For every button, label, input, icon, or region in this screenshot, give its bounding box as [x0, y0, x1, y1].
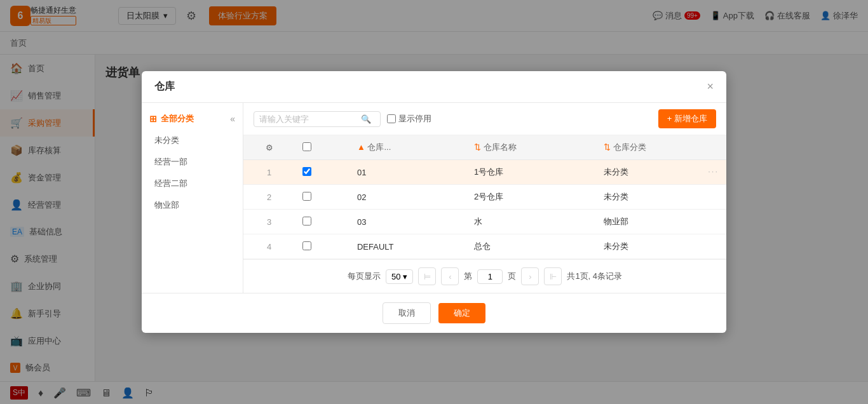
row-name: 水 — [466, 210, 596, 234]
row-more-btn[interactable]: ··· — [708, 166, 719, 176]
per-page-label: 每页显示 — [348, 271, 381, 282]
page-prev-btn[interactable]: ‹ — [441, 267, 459, 285]
right-panel: 🔍 显示停用 + 新增仓库 ⚙ — [243, 103, 726, 293]
warehouse-table: ⚙ ▲ 仓库... ⇅ 仓库名称 — [243, 135, 726, 259]
row-checkbox[interactable] — [302, 241, 311, 250]
category-item-0[interactable]: 未分类 — [142, 130, 243, 151]
page-last-btn[interactable]: ⊩ — [544, 267, 562, 285]
row-code: 02 — [349, 185, 466, 210]
page-input[interactable] — [477, 269, 503, 284]
pagination: 每页显示 50 ▾ ⊨ ‹ 第 页 › ⊩ 共1页, 4条记录 — [243, 259, 726, 293]
row-checkbox-cell — [295, 185, 349, 210]
row-name: 1号仓库 — [466, 160, 596, 185]
row-num: 4 — [243, 234, 295, 259]
per-page-select[interactable]: 50 ▾ — [386, 269, 413, 284]
table-row[interactable]: 2 02 2号仓库 未分类 — [243, 185, 726, 210]
page-next-btn[interactable]: › — [521, 267, 539, 285]
modal-header: 仓库 × — [142, 71, 726, 103]
row-num: 3 — [243, 210, 295, 234]
add-warehouse-btn[interactable]: + 新增仓库 — [658, 109, 716, 128]
left-panel: ⊞ 全部分类 « 未分类 经营一部 经营二部 物业部 — [142, 103, 243, 293]
table-row[interactable]: 3 03 水 物业部 — [243, 210, 726, 234]
modal-footer: 取消 确定 — [142, 293, 726, 333]
per-page-value: 50 — [391, 272, 400, 281]
warehouse-modal: 仓库 × ⊞ 全部分类 « 未分类 经营一部 经营二部 物业部 — [142, 71, 726, 333]
page-unit: 页 — [508, 271, 516, 282]
select-all-checkbox[interactable] — [302, 142, 311, 151]
modal-body: ⊞ 全部分类 « 未分类 经营一部 经营二部 物业部 🔍 — [142, 103, 726, 293]
row-checkbox[interactable] — [302, 167, 311, 176]
modal-title: 仓库 — [154, 80, 175, 93]
row-category: 未分类 — [596, 185, 726, 210]
row-code: DEFAULT — [349, 234, 466, 259]
search-input[interactable] — [259, 114, 361, 124]
grid-icon: ⊞ — [149, 114, 157, 124]
search-input-wrap: 🔍 — [254, 111, 381, 127]
settings-icon[interactable]: ⚙ — [266, 143, 273, 152]
row-category: 未分类 — [596, 234, 726, 259]
page-first-btn[interactable]: ⊨ — [418, 267, 436, 285]
cancel-btn[interactable]: 取消 — [383, 302, 431, 324]
row-name: 2号仓库 — [466, 185, 596, 210]
row-num: 1 — [243, 160, 295, 185]
page-label: 第 — [464, 271, 472, 282]
th-category[interactable]: ⇅ 仓库分类 — [596, 135, 726, 160]
row-category: 物业部 — [596, 210, 726, 234]
row-name: 总仓 — [466, 234, 596, 259]
table-row[interactable]: 1 01 1号仓库 未分类 ··· — [243, 160, 726, 185]
row-checkbox-cell — [295, 210, 349, 234]
left-panel-header: ⊞ 全部分类 « — [142, 108, 243, 130]
all-category-label: 全部分类 — [161, 113, 194, 125]
show-disabled-checkbox[interactable] — [387, 114, 396, 123]
table-row[interactable]: 4 DEFAULT 总仓 未分类 — [243, 234, 726, 259]
collapse-btn[interactable]: « — [230, 114, 235, 124]
confirm-btn[interactable]: 确定 — [438, 303, 485, 323]
show-disabled-label: 显示停用 — [398, 113, 431, 125]
modal-close-btn[interactable]: × — [707, 80, 714, 93]
th-code[interactable]: ▲ 仓库... — [349, 135, 466, 160]
category-item-3[interactable]: 物业部 — [142, 194, 243, 216]
total-info: 共1页, 4条记录 — [567, 271, 622, 282]
th-settings: ⚙ — [243, 135, 295, 160]
row-category: 未分类 ··· — [596, 160, 726, 185]
row-num: 2 — [243, 185, 295, 210]
th-checkbox — [295, 135, 349, 160]
row-code: 01 — [349, 160, 466, 185]
row-checkbox[interactable] — [302, 192, 311, 201]
row-checkbox-cell — [295, 160, 349, 185]
row-code: 03 — [349, 210, 466, 234]
search-icon[interactable]: 🔍 — [361, 114, 371, 124]
row-checkbox[interactable] — [302, 217, 311, 226]
show-disabled-wrap: 显示停用 — [387, 113, 431, 125]
th-name[interactable]: ⇅ 仓库名称 — [466, 135, 596, 160]
category-item-1[interactable]: 经营一部 — [142, 151, 243, 173]
row-checkbox-cell — [295, 234, 349, 259]
all-category-btn[interactable]: ⊞ 全部分类 — [149, 113, 194, 125]
right-toolbar: 🔍 显示停用 + 新增仓库 — [243, 103, 726, 135]
category-item-2[interactable]: 经营二部 — [142, 173, 243, 194]
per-page-dropdown-icon: ▾ — [403, 272, 407, 281]
modal-overlay: 仓库 × ⊞ 全部分类 « 未分类 经营一部 经营二部 物业部 — [0, 0, 868, 404]
